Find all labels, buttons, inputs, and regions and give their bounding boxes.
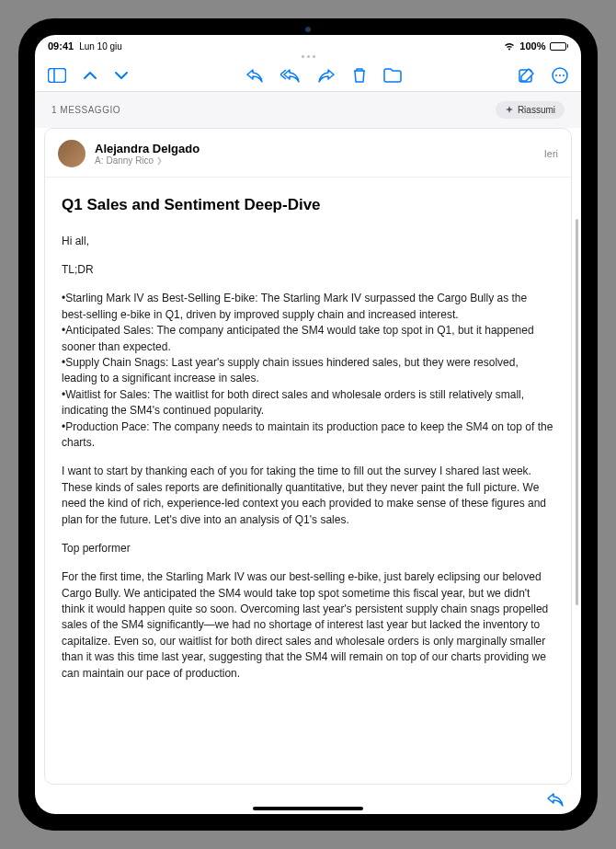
svg-point-6 (563, 75, 565, 76)
sparkle-icon (505, 106, 514, 115)
chevron-down-icon[interactable] (114, 71, 129, 80)
svg-point-4 (555, 75, 557, 76)
wifi-icon (503, 41, 516, 51)
status-date: Lun 10 giu (79, 41, 122, 52)
recipient-name: Danny Rico (106, 155, 154, 166)
chevron-up-icon[interactable] (83, 71, 97, 80)
reply-icon[interactable] (245, 68, 264, 83)
message-card: Alejandra Delgado A: Danny Rico ❯ Ieri Q… (44, 128, 572, 785)
svg-point-5 (559, 75, 561, 76)
tldr-label: TL;DR (62, 262, 554, 278)
paragraph-2: For the first time, the Starling Mark IV… (62, 569, 554, 682)
avatar[interactable] (58, 140, 86, 167)
compose-icon[interactable] (519, 67, 535, 84)
toolbar (35, 63, 581, 92)
message-body: Q1 Sales and Sentiment Deep-Dive Hi all,… (45, 178, 571, 784)
trash-icon[interactable] (352, 67, 367, 84)
subject: Q1 Sales and Sentiment Deep-Dive (62, 194, 554, 217)
front-camera (305, 27, 311, 32)
paragraph-1: I want to start by thanking each of you … (62, 464, 554, 528)
message-count: 1 MESSAGGIO (51, 105, 120, 115)
status-bar: 09:41 Lun 10 giu 100% (35, 35, 581, 53)
reply-all-icon[interactable] (280, 68, 301, 83)
more-icon[interactable] (552, 67, 568, 84)
status-time: 09:41 (48, 40, 74, 52)
to-label: A: (95, 155, 103, 166)
folder-icon[interactable] (383, 68, 402, 83)
battery-icon (550, 42, 569, 51)
home-indicator[interactable] (253, 807, 363, 810)
greeting: Hi all, (62, 234, 554, 249)
sidebar-icon[interactable] (48, 68, 66, 83)
subheader: 1 MESSAGGIO Riassumi (35, 92, 581, 128)
svg-rect-0 (49, 69, 66, 83)
forward-icon[interactable] (317, 68, 336, 83)
summarize-button[interactable]: Riassumi (496, 101, 565, 119)
message-header[interactable]: Alejandra Delgado A: Danny Rico ❯ Ieri (45, 129, 571, 178)
sender-name: Alejandra Delgado (95, 142, 535, 155)
summarize-label: Riassumi (518, 105, 555, 115)
tldr-bullets: •Starling Mark IV as Best-Selling E-bike… (62, 291, 554, 451)
section-heading: Top performer (62, 541, 554, 556)
battery-percent: 100% (519, 40, 545, 52)
message-date: Ieri (544, 148, 558, 159)
scrollbar[interactable] (576, 219, 578, 605)
reply-icon-footer[interactable] (546, 792, 565, 807)
multitask-dots[interactable] (35, 53, 581, 63)
chevron-right-icon: ❯ (156, 156, 163, 165)
